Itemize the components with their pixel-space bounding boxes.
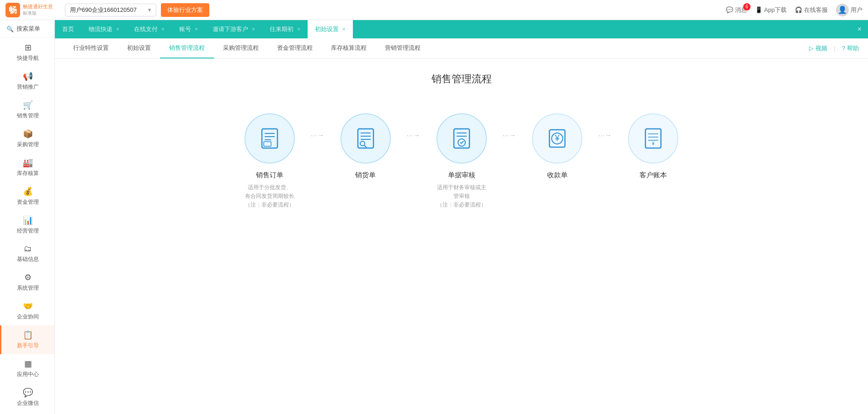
sub-tabs-right: ▷ 视频 | ? 帮助	[809, 44, 859, 53]
sidebar-item-system[interactable]: ⚙ 系统管理	[0, 268, 54, 297]
nav-close-all-button[interactable]: ×	[851, 20, 868, 38]
sidebar-item-sales[interactable]: 🛒 销售管理	[0, 96, 54, 124]
tab-account-label: 账号	[179, 25, 191, 33]
sidebar-item-purchase[interactable]: 📦 采购管理	[0, 124, 54, 153]
help-item[interactable]: ? 帮助	[842, 44, 859, 53]
sidebar-item-sales-label: 销售管理	[17, 112, 39, 120]
tab-period-close[interactable]: ×	[297, 26, 300, 32]
chart-icon: 📊	[23, 215, 33, 225]
sidebar-item-collab-label: 企业协同	[17, 313, 39, 321]
tab-invite-close[interactable]: ×	[252, 26, 255, 32]
tab-init-settings[interactable]: 初始设置 ×	[308, 20, 353, 38]
sidebar-item-newbie[interactable]: 📋 新手引导	[0, 325, 54, 354]
sidebar-item-basic[interactable]: 🗂 基础信息	[0, 239, 54, 268]
sidebar-item-operation-label: 经营管理	[17, 227, 39, 235]
step-name-invoice: 销货单	[355, 171, 376, 180]
tab-logistics[interactable]: 物流快递 ×	[81, 20, 127, 38]
sidebar-item-collab[interactable]: 🤝 企业协同	[0, 297, 54, 325]
sub-tab-marketing-flow-label: 营销管理流程	[385, 44, 421, 51]
sidebar-item-finance[interactable]: 💰 资金管理	[0, 182, 54, 211]
flow-step-approval: 单据审核 适用于财务审核或主管审核（注：非必要流程）	[421, 113, 503, 210]
app-download-item[interactable]: 📱 App下载	[755, 6, 787, 14]
logo-area: 畅 畅捷通好生意 标准版	[5, 3, 60, 17]
tab-payment-close[interactable]: ×	[161, 26, 165, 32]
tab-logistics-close[interactable]: ×	[116, 26, 119, 32]
step-circle-approval[interactable]	[437, 113, 487, 164]
tab-account[interactable]: 账号 ×	[172, 20, 205, 38]
close-all-icon: ×	[857, 25, 862, 33]
app-download-label: App下载	[764, 6, 787, 14]
invoice-icon	[354, 127, 377, 150]
arrow-dots-3: ···→	[503, 132, 517, 139]
online-service-label: 在线客服	[804, 6, 828, 14]
tab-home[interactable]: 首页	[55, 20, 81, 38]
sidebar-item-inventory[interactable]: 🏭 库存核算	[0, 153, 54, 182]
sidebar-item-quick-nav[interactable]: ⊞ 快捷导航	[0, 38, 54, 67]
message-icon: 💬	[726, 6, 733, 13]
user-item[interactable]: 👤 用户	[836, 4, 863, 16]
step-circle-account-book[interactable]: ¥	[628, 113, 678, 164]
sub-tab-industry[interactable]: 行业特性设置	[64, 38, 118, 58]
sidebar-item-marketing[interactable]: 📢 营销推广	[0, 67, 54, 96]
sidebar-item-marketing-label: 营销推广	[17, 83, 39, 91]
user-selector-text: 用户690企业1660120507	[70, 6, 137, 14]
flow-content: 销售管理流程 销售订单 适用于分批发货、有合同发货周期较长（注：非必要流程）	[55, 58, 868, 223]
sidebar-item-operation[interactable]: 📊 经营管理	[0, 211, 54, 239]
sub-tab-purchase-flow[interactable]: 采购管理流程	[214, 38, 268, 58]
flow-arrow-2: ···→	[407, 113, 421, 139]
user-selector[interactable]: 用户690企业1660120507 ▾	[65, 4, 156, 16]
megaphone-icon: 📢	[23, 71, 33, 81]
flow-arrow-4: ···→	[598, 113, 612, 139]
arrow-dots-4: ···→	[598, 132, 612, 139]
sales-order-icon	[258, 127, 281, 150]
step-name-account-book: 客户账本	[639, 171, 667, 180]
sub-tab-marketing-flow[interactable]: 营销管理流程	[376, 38, 430, 58]
message-item[interactable]: 💬 消息 6	[726, 6, 747, 14]
sub-tab-finance-flow[interactable]: 资金管理流程	[268, 38, 322, 58]
sub-tab-finance-flow-label: 资金管理流程	[277, 44, 313, 51]
video-help-item[interactable]: ▷ 视频	[809, 44, 827, 53]
flow-step-account-book: ¥ 客户账本	[612, 113, 694, 183]
tab-period-label: 往来期初	[270, 25, 293, 33]
sub-tab-inventory-flow[interactable]: 库存核算流程	[322, 38, 376, 58]
experience-button[interactable]: 体验行业方案	[161, 3, 209, 17]
video-label: 视频	[815, 44, 827, 53]
cart-icon: 🛒	[23, 100, 33, 110]
flow-steps: 销售订单 适用于分批发货、有合同发货周期较长（注：非必要流程） ···→	[82, 113, 841, 210]
sidebar-search[interactable]: 🔍 搜索菜单	[0, 20, 54, 38]
step-circle-receipt[interactable]: ¥	[532, 113, 582, 164]
factory-icon: 🏭	[23, 158, 33, 168]
tab-account-close[interactable]: ×	[195, 26, 198, 32]
arrow-dots-1: ···→	[311, 132, 325, 139]
step-circle-invoice[interactable]	[341, 113, 391, 164]
sub-tab-sales-flow[interactable]: 销售管理流程	[160, 38, 214, 58]
logo-text: 畅捷通好生意	[23, 3, 53, 10]
nav-tabs: 首页 物流快递 × 在线支付 × 账号 × 邀请下游客户 × 往来期初 × 初始…	[55, 20, 868, 38]
svg-line-16	[461, 141, 463, 143]
sidebar-item-member[interactable]: V 畅会员	[0, 412, 54, 414]
sub-tab-init[interactable]: 初始设置	[118, 38, 160, 58]
step-desc-approval: 适用于财务审核或主管审核（注：非必要流程）	[437, 183, 486, 210]
approval-icon	[450, 127, 473, 150]
tab-period[interactable]: 往来期初 ×	[262, 20, 308, 38]
step-circle-sales-order[interactable]	[245, 113, 295, 164]
sidebar: 🔍 搜索菜单 ⊞ 快捷导航 📢 营销推广 🛒 销售管理 📦 采购管理 🏭 库存核…	[0, 20, 55, 414]
question-icon: ?	[842, 45, 845, 52]
svg-text:¥: ¥	[651, 141, 655, 146]
avatar: 👤	[836, 4, 849, 16]
sidebar-item-basic-label: 基础信息	[17, 255, 39, 263]
sidebar-item-wechat[interactable]: 💬 企业微信	[0, 383, 54, 412]
sidebar-item-system-label: 系统管理	[17, 284, 39, 292]
tab-invite[interactable]: 邀请下游客户 ×	[205, 20, 262, 38]
tab-home-label: 首页	[62, 25, 74, 33]
tab-init-settings-close[interactable]: ×	[342, 26, 346, 32]
online-service-item[interactable]: 🎧 在线客服	[795, 6, 828, 14]
sidebar-item-apps[interactable]: ▦ 应用中心	[0, 354, 54, 383]
top-bar: 畅 畅捷通好生意 标准版 用户690企业1660120507 ▾ 体验行业方案 …	[0, 0, 868, 20]
wechat-icon: 💬	[23, 387, 33, 398]
sidebar-item-finance-label: 资金管理	[17, 198, 39, 206]
gear-icon: ⚙	[24, 272, 32, 282]
tab-payment[interactable]: 在线支付 ×	[127, 20, 172, 38]
top-bar-left: 畅 畅捷通好生意 标准版 用户690企业1660120507 ▾ 体验行业方案	[5, 3, 209, 17]
user-avatar-icon: 👤	[838, 5, 847, 14]
